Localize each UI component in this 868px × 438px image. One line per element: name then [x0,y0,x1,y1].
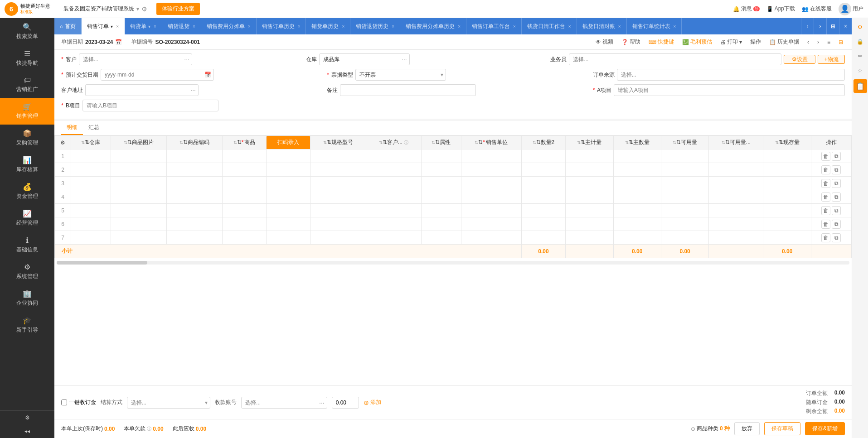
row-1-spec[interactable] [310,149,366,163]
row-1-qty2[interactable] [521,149,565,163]
row-2-img[interactable] [111,163,166,177]
row-2-customer[interactable] [366,163,421,177]
customer-ellipsis-button[interactable]: ··· [182,56,192,63]
save-new-button[interactable]: 保存&新增 [805,422,845,435]
tab-home[interactable]: ⌂ 首页 [54,18,82,34]
row-3-main-unit[interactable] [566,177,613,190]
row-4-copy-button[interactable]: ⧉ [832,193,841,202]
tab-close-cash-workbench[interactable]: × [568,24,571,29]
row-3-warehouse[interactable] [71,177,111,190]
tab-cash-reconcile[interactable]: 钱货日清对账 × [577,18,627,34]
profit-button[interactable]: 💹 毛利预估 [680,37,714,47]
tab-close-stats[interactable]: × [674,24,676,29]
sidebar-item-guide[interactable]: 🎓 新手引导 [0,312,54,338]
sidebar-item-system[interactable]: ⚙ 系统管理 [0,258,54,285]
th-scan[interactable]: 扫码录入 [267,136,310,149]
right-edit-button[interactable]: ✏ [853,49,867,63]
right-star-button[interactable]: ☆ [853,64,867,77]
settings-button[interactable]: ⚙ 设置 [784,55,815,64]
row-1-product[interactable] [222,149,266,163]
tab-sales-order[interactable]: 销售订单 × [82,18,125,34]
account-ellipsis-button[interactable]: ··· [317,399,327,406]
row-1-customer[interactable] [366,149,421,163]
tab-close-cash-reconcile[interactable]: × [618,24,621,29]
row-1-warehouse[interactable] [71,149,111,163]
account-input[interactable] [242,398,317,407]
address-ellipsis-button[interactable]: ··· [188,87,198,94]
row-2-main-unit[interactable] [566,163,613,177]
tab-close-return[interactable]: × [193,24,195,29]
sidebar-collapse-button[interactable]: ◂◂ [0,424,54,438]
warehouse-ellipsis-button[interactable]: ··· [399,56,409,63]
order-source-input[interactable] [617,70,844,79]
shortcut-button[interactable]: ⌨ 快捷键 [647,37,676,47]
sidebar-item-search[interactable]: 🔍 搜索菜单 [0,18,54,45]
message-button[interactable]: 🔔 消息 9 [733,5,760,13]
row-3-spec[interactable] [310,177,366,190]
tab-order-workbench[interactable]: 销售订单工作台 × [466,18,522,34]
staff-input[interactable] [569,55,781,64]
delivery-date-input[interactable] [101,70,202,79]
row-2-code[interactable] [166,163,222,177]
row-6-copy-button[interactable]: ⧉ [832,220,841,229]
solution-button[interactable]: 体验行业方案 [156,3,200,15]
sidebar-item-basic[interactable]: ℹ 基础信息 [0,231,54,258]
row-2-warehouse[interactable] [71,163,111,177]
sidebar-item-purchase[interactable]: 📦 采购管理 [0,125,54,151]
list-view-button[interactable]: ≡ [825,38,832,46]
row-2-delete-button[interactable]: 🗑 [821,165,830,174]
operation-button[interactable]: 操作 [748,37,763,47]
tab-close-sales-order[interactable]: × [116,24,119,29]
app-download-button[interactable]: 📱 App下载 [766,5,795,13]
sidebar-settings-button[interactable]: ⚙ [0,411,54,424]
discard-button[interactable]: 放弃 [734,422,760,435]
row-3-attr[interactable] [422,177,461,190]
row-3-product[interactable] [222,177,266,190]
tab-stats[interactable]: 销售订单统计表 × [627,18,682,34]
help-button[interactable]: ❓ 帮助 [620,37,642,47]
sidebar-item-enterprise[interactable]: 🏢 企业协同 [0,285,54,312]
right-lock-button[interactable]: 🔒 [853,35,867,48]
sidebar-item-sales[interactable]: 🛒 销售管理 [0,98,54,125]
row-3-available2[interactable] [709,177,763,190]
chevron-down-icon[interactable] [136,6,139,12]
add-button[interactable]: ⊕ 添加 [364,399,381,406]
address-input[interactable] [86,86,188,95]
row-2-copy-button[interactable]: ⧉ [832,165,841,174]
delivery-calendar-icon[interactable]: 📅 [202,72,213,78]
row-1-main-unit[interactable] [566,149,613,163]
row-2-qty2[interactable] [521,163,565,177]
tab-return[interactable]: 销货退货 × [162,18,201,34]
row-3-customer[interactable] [366,177,421,190]
row-3-scan[interactable] [267,177,310,190]
row-3-qty2[interactable] [521,177,565,190]
row-1-scan[interactable] [267,149,310,163]
tab-expense-split[interactable]: 销售费用分摊单 × [201,18,257,34]
row-3-img[interactable] [111,177,166,190]
row-7-copy-button[interactable]: ⧉ [832,233,841,242]
calendar-icon[interactable]: 📅 [115,39,122,45]
row-1-attr[interactable] [422,149,461,163]
save-draft-button[interactable]: 保存草稿 [764,422,800,435]
sidebar-item-management[interactable]: 📈 经营管理 [0,205,54,231]
a-project-input[interactable] [614,86,844,95]
row-7-delete-button[interactable]: 🗑 [821,233,830,242]
tab-summary[interactable]: 汇总 [83,121,105,135]
tab-close-expense-split[interactable]: × [248,24,251,29]
sidebar-item-finance[interactable]: 💰 资金管理 [0,178,54,205]
remark-input[interactable] [340,86,475,95]
prev-record-button[interactable]: ‹ [805,38,811,46]
row-3-available[interactable] [661,177,708,190]
tab-close-order-history[interactable]: × [298,24,301,29]
row-3-code[interactable] [166,177,222,190]
row-2-available2[interactable] [709,163,763,177]
tab-sales-goods[interactable]: 销货单 × [125,18,162,34]
row-1-available[interactable] [661,149,708,163]
row-2-unit[interactable] [461,163,521,177]
online-service-button[interactable]: 👥 在线客服 [802,5,832,13]
add-product-button[interactable]: + 物流 [818,55,845,64]
row-1-img[interactable] [111,149,166,163]
row-4-delete-button[interactable]: 🗑 [821,193,830,202]
row-2-spec[interactable] [310,163,366,177]
customer-input[interactable] [79,55,182,64]
